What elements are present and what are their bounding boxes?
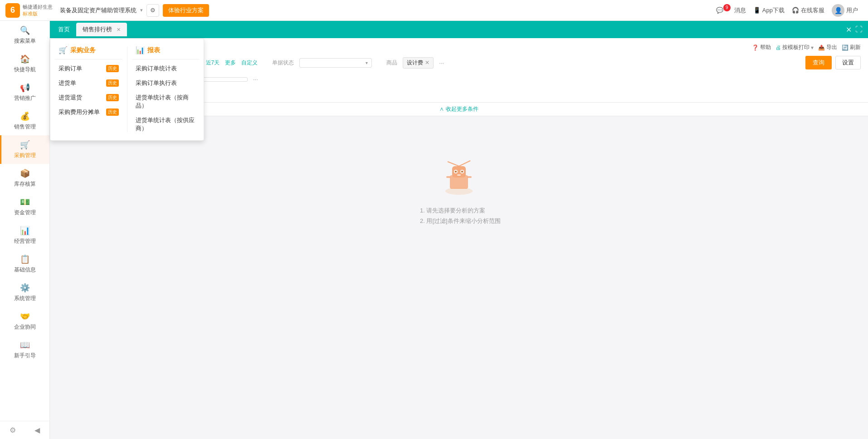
- chart-icon: 📊: [20, 226, 30, 236]
- sidebar-label-finance: 资金管理: [14, 209, 36, 217]
- headset-icon: 🎧: [792, 7, 799, 14]
- logo-char: 6: [10, 5, 15, 15]
- dropdown-item-order-stats[interactable]: 采购订单统计表: [132, 61, 200, 76]
- goods-more-btn[interactable]: ···: [439, 59, 444, 66]
- sidebar-label-guide: 新手引导: [14, 352, 36, 360]
- history-badge-2: 历史: [106, 94, 119, 101]
- sidebar-item-sales[interactable]: 💰 销售管理: [0, 107, 49, 135]
- sidebar-item-guide[interactable]: 📖 新手引导: [0, 335, 49, 364]
- sidebar-item-purchase[interactable]: 🛒 采购管理: [0, 135, 49, 164]
- dropdown-item-inbound-stats-goods[interactable]: 进货单统计表（按商品）: [132, 90, 200, 113]
- sidebar-label-coop: 企业协同: [14, 323, 36, 331]
- svg-rect-8: [446, 176, 451, 178]
- date-custom[interactable]: 自定义: [241, 59, 258, 67]
- sidebar-bottom: ⚙ ◀: [0, 421, 49, 439]
- print-dropdown-arrow[interactable]: ▾: [811, 44, 814, 51]
- sidebar-item-marketing[interactable]: 📢 营销推广: [0, 78, 49, 107]
- report-col-title: 📊 报表: [132, 43, 200, 59]
- sidebar-item-quick[interactable]: 🏠 快捷导航: [0, 49, 49, 78]
- industry-btn[interactable]: 体验行业方案: [163, 4, 209, 17]
- handshake-icon: 🤝: [20, 311, 30, 321]
- settings-bottom-icon[interactable]: ⚙: [10, 426, 16, 434]
- active-indicator: [0, 135, 1, 164]
- box-icon: 📦: [20, 168, 30, 178]
- sidebar-item-operations[interactable]: 📊 经营管理: [0, 221, 49, 250]
- svg-line-10: [448, 162, 459, 166]
- dropdown-item-inbound[interactable]: 进货单 历史: [55, 76, 122, 90]
- help-btn[interactable]: ❓ 帮助: [752, 44, 771, 51]
- svg-line-11: [459, 161, 470, 166]
- tab-close-btn[interactable]: ✕: [846, 25, 852, 34]
- tab-close-icon[interactable]: ✕: [117, 27, 121, 33]
- dropdown-item-inbound-stats-supplier[interactable]: 进货单统计表（按供应商）: [132, 113, 200, 136]
- top-right: 💬 9 消息 📱 App下载 🎧 在线客服 👤 用户: [716, 4, 858, 17]
- collapse-icon: ∧: [439, 106, 444, 112]
- sidebar-item-inventory[interactable]: 📦 库存核算: [0, 164, 49, 192]
- sidebar-label-quick: 快捷导航: [14, 66, 36, 74]
- tab-sales-rank[interactable]: 销售排行榜 ✕: [76, 23, 127, 36]
- sidebar-label-purchase: 采购管理: [14, 152, 36, 159]
- app-download-btn[interactable]: 📱 App下载: [753, 6, 785, 15]
- empty-tip-1: 请先选择要分析的方案: [426, 205, 500, 216]
- sidebar-label-system: 系统管理: [14, 295, 36, 302]
- print-icon: 🖨: [775, 44, 781, 51]
- message-badge: 9: [723, 4, 731, 11]
- goods-tag-close-icon[interactable]: ✕: [425, 59, 429, 66]
- export-btn[interactable]: 📤 导出: [818, 44, 837, 51]
- search-icon: 🔍: [20, 25, 30, 35]
- avatar: 👤: [832, 4, 844, 17]
- dropdown-item-return[interactable]: 进货退货 历史: [55, 90, 122, 105]
- purchase-col-icon: 🛒: [59, 46, 68, 54]
- goods-tag: 设计费 ✕: [403, 57, 434, 69]
- refresh-btn[interactable]: 🔄 刷新: [842, 44, 861, 51]
- toolbar-right: ❓ 帮助 🖨 按模板打印 ▾ 📤 导出 🔄: [752, 44, 861, 51]
- online-service-btn[interactable]: 🎧 在线客服: [792, 6, 824, 15]
- collapse-sidebar-icon[interactable]: ◀: [34, 426, 40, 434]
- doc-status-arrow-icon: ▾: [366, 60, 368, 65]
- logo-area: 6 畅捷通好生意 标准版: [5, 3, 55, 18]
- sidebar-item-coop[interactable]: 🤝 企业协同: [0, 307, 49, 335]
- system-dropdown-arrow[interactable]: ▾: [140, 7, 143, 13]
- sidebar-item-basic[interactable]: 📋 基础信息: [0, 250, 49, 278]
- date-quick-7[interactable]: 近7天: [206, 59, 220, 67]
- system-title: 装备及固定资产辅助管理系统: [60, 6, 137, 15]
- svg-point-5: [455, 171, 457, 173]
- purchase-dropdown: 🛒 采购业务 采购订单 历史 进货单 历史 进货退货 历史 采购费用分摊单 历史…: [50, 38, 204, 141]
- history-badge-1: 历史: [106, 79, 119, 87]
- dropdown-item-order-exec[interactable]: 采购订单执行表: [132, 76, 200, 90]
- date-more[interactable]: 更多: [225, 59, 236, 67]
- sidebar-item-search[interactable]: 🔍 搜索菜单: [0, 21, 49, 49]
- tab-maximize-btn[interactable]: ⛶: [855, 25, 863, 34]
- report-col: 📊 报表 采购订单统计表 采购订单执行表 进货单统计表（按商品） 进货单统计表（…: [127, 43, 204, 136]
- print-btn[interactable]: 🖨 按模板打印 ▾: [775, 44, 814, 51]
- set-btn[interactable]: 设置: [835, 56, 861, 69]
- top-center: 装备及固定资产辅助管理系统 ▾ ⚙ 体验行业方案: [55, 4, 716, 17]
- sidebar-label-search: 搜索菜单: [14, 37, 36, 45]
- cart-icon: 🛒: [20, 140, 30, 150]
- filter-actions-right: 查询 设置: [805, 56, 861, 69]
- query-btn[interactable]: 查询: [805, 56, 832, 69]
- empty-tip-2: 用[过滤]条件来缩小分析范围: [426, 216, 500, 226]
- sidebar-label-operations: 经营管理: [14, 237, 36, 245]
- user-menu-btn[interactable]: 👤 用户: [832, 4, 858, 17]
- dropdown-item-purchase-order[interactable]: 采购订单 历史: [55, 61, 122, 76]
- megaphone-icon: 📢: [20, 83, 30, 93]
- history-badge-3: 历史: [106, 109, 119, 116]
- goods-label: 商品: [386, 59, 397, 67]
- purchase-col: 🛒 采购业务 采购订单 历史 进货单 历史 进货退货 历史 采购费用分摊单 历史: [50, 43, 127, 136]
- empty-illustration: [436, 153, 482, 198]
- sidebar-item-finance[interactable]: 💵 资金管理: [0, 192, 49, 221]
- dropdown-item-expense[interactable]: 采购费用分摊单 历史: [55, 105, 122, 119]
- tab-bar: 首页 销售排行榜 ✕ ✕ ⛶: [50, 21, 868, 38]
- messages-btn[interactable]: 💬 9 消息: [716, 6, 746, 15]
- salesperson-more-btn[interactable]: ···: [253, 76, 258, 83]
- tab-home[interactable]: 首页: [52, 23, 76, 36]
- sidebar-item-system[interactable]: ⚙️ 系统管理: [0, 278, 49, 307]
- purchase-col-title: 🛒 采购业务: [55, 43, 122, 59]
- tab-sales-rank-label: 销售排行榜: [83, 25, 112, 34]
- history-badge-0: 历史: [106, 65, 119, 72]
- report-col-icon: 📊: [136, 46, 145, 54]
- doc-status-select[interactable]: ▾: [299, 58, 372, 68]
- book-icon: 📖: [20, 340, 30, 350]
- settings-icon[interactable]: ⚙: [146, 4, 159, 17]
